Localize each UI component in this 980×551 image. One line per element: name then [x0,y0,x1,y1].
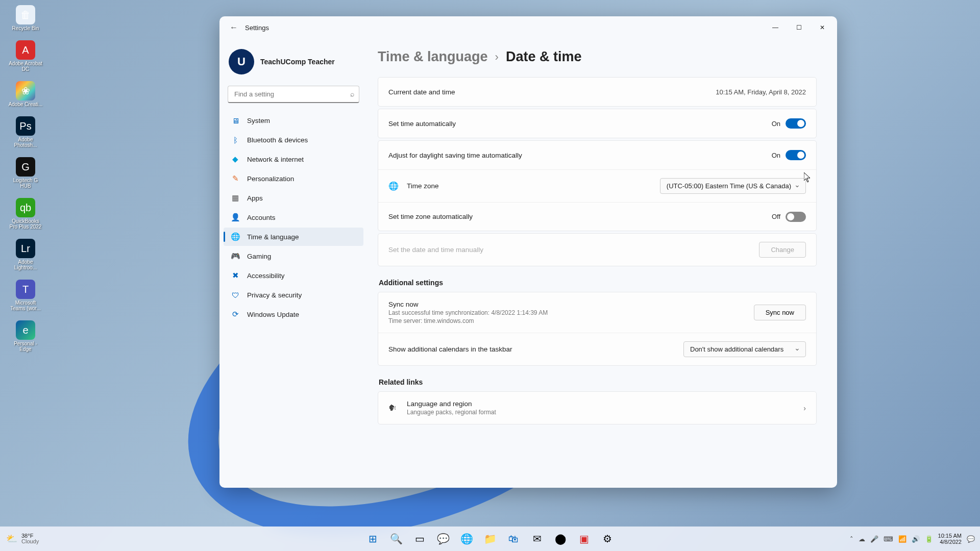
sidebar-item-bluetooth-devices[interactable]: ᛒBluetooth & devices [224,131,363,149]
chevron-right-icon: › [495,51,499,64]
close-button[interactable]: ✕ [811,19,834,36]
sync-server-text: Time server: time.windows.com [388,317,747,324]
language-region-row[interactable]: 🗣 Language and region Language packs, re… [378,392,816,424]
app-icon: ❀ [16,81,35,101]
app-icon: G [16,157,35,177]
additional-calendars-dropdown[interactable]: Don't show additional calendars [683,341,806,357]
chat-app-icon[interactable]: 💬 [433,529,453,549]
sidebar-item-label: System [247,117,270,124]
network-icon[interactable]: 📶 [898,535,906,543]
desktop-icon[interactable]: PsAdobe Photosh... [5,116,46,148]
minimize-button[interactable]: — [764,19,787,36]
keyboard-icon[interactable]: ⌨ [884,535,893,543]
set-time-auto-toggle[interactable] [786,118,806,129]
sidebar-item-accessibility[interactable]: ✖Accessibility [224,266,363,285]
settings-window: ← Settings — ☐ ✕ U TeachUComp Teacher ⌕ … [219,16,837,488]
sidebar-item-label: Windows Update [247,311,299,318]
desktop-icon[interactable]: 🗑Recycle Bin [5,5,46,31]
desktop-icon-label: Logitech G HUB [8,178,43,189]
back-button[interactable]: ← [226,19,242,36]
app-icon: e [16,320,35,340]
settings-app-icon[interactable]: ⚙ [597,529,618,549]
avatar: U [229,49,254,74]
app-icon[interactable]: ▣ [574,529,594,549]
battery-icon[interactable]: 🔋 [925,535,933,543]
search-button[interactable]: 🔍 [386,529,406,549]
change-button: Change [759,242,806,258]
desktop-icon-label: Adobe Creati... [9,102,43,107]
search-input[interactable] [228,86,359,103]
app-icon: T [16,280,35,299]
language-region-label: Language and region [407,400,796,408]
sidebar-item-time-language[interactable]: 🌐Time & language [224,228,363,246]
desktop-icon[interactable]: ❀Adobe Creati... [5,81,46,107]
nav-icon: ▦ [231,193,240,203]
breadcrumb-parent[interactable]: Time & language [378,49,488,65]
app-icon[interactable]: ⬤ [550,529,571,549]
desktop-icon-label: Personal - Edge [8,341,43,352]
desktop-icon[interactable]: TMicrosoft Teams (wor... [5,280,46,311]
profile-block[interactable]: U TeachUComp Teacher [224,45,363,84]
sidebar-item-label: Bluetooth & devices [247,136,308,144]
clock-date: 4/8/2022 [940,539,962,545]
current-datetime-label: Current date and time [388,88,708,96]
desktop-icon-label: Recycle Bin [12,26,39,31]
weather-condition: Cloudy [21,539,39,544]
sidebar-item-label: Privacy & security [247,291,302,299]
sidebar-item-label: Accounts [247,214,276,221]
nav-icon: 🎮 [231,252,240,261]
sidebar-item-system[interactable]: 🖥System [224,111,363,130]
language-region-sub: Language packs, regional format [407,409,796,416]
taskbar-clock[interactable]: 10:15 AM 4/8/2022 [938,533,962,545]
taskbar: ⛅ 38°F Cloudy ⊞ 🔍 ▭ 💬 🌐 📁 🛍 ✉ ⬤ ▣ ⚙ ˄ ☁ … [0,527,980,551]
onedrive-icon[interactable]: ☁ [859,535,865,543]
mail-app-icon[interactable]: ✉ [527,529,547,549]
sidebar-item-windows-update[interactable]: ⟳Windows Update [224,305,363,323]
desktop-icon[interactable]: ePersonal - Edge [5,320,46,352]
sidebar-item-network-internet[interactable]: ◆Network & internet [224,150,363,168]
sync-now-label: Sync now [388,300,747,308]
set-time-auto-label: Set time automatically [388,120,765,128]
sidebar-item-personalization[interactable]: ✎Personalization [224,169,363,188]
sidebar-item-privacy-security[interactable]: 🛡Privacy & security [224,286,363,304]
related-links-heading: Related links [379,378,817,386]
weather-widget[interactable]: ⛅ 38°F Cloudy [6,533,39,544]
sidebar-item-apps[interactable]: ▦Apps [224,189,363,207]
sidebar-item-gaming[interactable]: 🎮Gaming [224,247,363,265]
sidebar-item-accounts[interactable]: 👤Accounts [224,208,363,227]
timezone-label: Time zone [407,182,653,190]
desktop-icon-label: QuickBooks Pro Plus 2022 [8,218,43,230]
content-area: Time & language › Date & time Current da… [368,39,837,488]
breadcrumb: Time & language › Date & time [378,49,817,65]
tz-auto-toggle[interactable] [786,212,806,222]
desktop-icon[interactable]: qbQuickBooks Pro Plus 2022 [5,198,46,230]
nav-icon: ✎ [231,174,240,183]
sidebar-item-label: Network & internet [247,156,304,163]
timezone-dropdown[interactable]: (UTC-05:00) Eastern Time (US & Canada) [660,178,806,194]
notifications-icon[interactable]: 💬 [967,535,975,543]
tray-overflow-icon[interactable]: ˄ [850,535,853,543]
volume-icon[interactable]: 🔊 [912,535,920,543]
nav-list: 🖥SystemᛒBluetooth & devices◆Network & in… [224,111,363,323]
desktop-icon[interactable]: AAdobe Acrobat DC [5,40,46,72]
store-app-icon[interactable]: 🛍 [503,529,524,549]
app-icon: Ps [16,116,35,136]
sidebar-item-label: Accessibility [247,272,285,280]
current-datetime-value: 10:15 AM, Friday, April 8, 2022 [716,88,806,96]
mic-icon[interactable]: 🎤 [870,535,878,543]
window-title: Settings [245,24,269,32]
edge-app-icon[interactable]: 🌐 [456,529,477,549]
desktop-icon[interactable]: GLogitech G HUB [5,157,46,189]
explorer-app-icon[interactable]: 📁 [480,529,500,549]
sync-now-button[interactable]: Sync now [754,305,806,320]
dst-auto-toggle[interactable] [786,150,806,160]
desktop-icon[interactable]: LrAdobe Lightroo... [5,239,46,270]
profile-name: TeachUComp Teacher [260,58,335,66]
maximize-button[interactable]: ☐ [787,19,811,36]
language-icon: 🗣 [388,404,400,413]
desktop-icon-label: Adobe Photosh... [8,137,43,148]
search-icon: ⌕ [350,90,354,98]
start-button[interactable]: ⊞ [362,529,383,549]
task-view-button[interactable]: ▭ [409,529,430,549]
dst-auto-label: Adjust for daylight saving time automati… [388,152,765,159]
